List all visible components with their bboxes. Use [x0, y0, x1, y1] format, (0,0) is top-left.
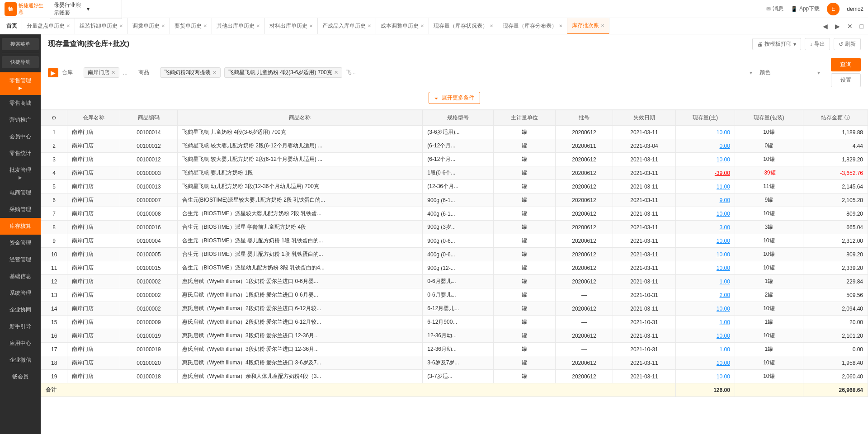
- tab-close-icon[interactable]: ✕: [490, 24, 493, 28]
- tab-close-icon[interactable]: ✕: [368, 24, 371, 28]
- export-btn[interactable]: ↓ 导出: [805, 38, 830, 50]
- cell-unit: 罐: [493, 207, 555, 221]
- tab-stock-dist[interactable]: 现存量（库存分布表） ✕: [498, 18, 567, 34]
- sidebar-item-retail-stats[interactable]: 零售统计: [0, 145, 41, 162]
- sidebar-item-operation[interactable]: 经营管理: [0, 251, 41, 268]
- tab-close-icon[interactable]: ✕: [66, 24, 70, 28]
- sidebar-item-purchase[interactable]: 采购管理: [0, 201, 41, 218]
- sidebar-item-label: 基础信息: [9, 273, 31, 280]
- cell-qty-main[interactable]: 10.00: [676, 248, 735, 261]
- expand-more-conditions-btn[interactable]: 展开更多条件: [429, 92, 480, 104]
- tab-close-icon[interactable]: ✕: [309, 24, 313, 28]
- cell-qty-main[interactable]: 0.00: [676, 139, 735, 153]
- sidebar-item-label: 会员中心: [9, 133, 31, 141]
- warehouse-tag-close-icon[interactable]: ✕: [111, 70, 115, 75]
- tab-prev-btn[interactable]: ◀: [820, 23, 830, 30]
- sidebar-item-membership[interactable]: 畅会员: [0, 368, 41, 385]
- tab-assembly-history[interactable]: 组装拆卸单历史 ✕: [75, 18, 128, 34]
- cell-qty-main[interactable]: 10.00: [676, 261, 735, 275]
- sidebar-divider: [2, 53, 39, 53]
- tab-transfer-history[interactable]: 调拨单历史 ✕: [128, 18, 170, 34]
- tab-close-icon[interactable]: ✕: [256, 24, 260, 28]
- th-settings[interactable]: ⚙: [41, 110, 67, 126]
- sidebar-item-wechat[interactable]: 企业微信: [0, 352, 41, 368]
- tab-order-history[interactable]: 要货单历史 ✕: [170, 18, 212, 34]
- sidebar-item-inventory[interactable]: 库存核算: [0, 218, 41, 235]
- table-row: 1南岸门店00100014飞鹤星飞帆 儿童奶粉 4段(3-6岁适用) 700克(…: [41, 126, 868, 139]
- cell-qty-main[interactable]: 3.00: [676, 221, 735, 234]
- cell-qty-main[interactable]: 10.00: [676, 329, 735, 343]
- th-batch: 批号: [556, 110, 613, 126]
- sidebar-item-ecommerce[interactable]: 电商管理: [0, 184, 41, 201]
- sidebar-item-retail-mgmt[interactable]: 零售管理 ▶: [0, 72, 41, 95]
- product-filter-dropdown-icon[interactable]: ▾: [750, 70, 752, 76]
- product-tag-1-close-icon[interactable]: ✕: [212, 70, 217, 75]
- tab-stock-status[interactable]: 现存量（库存状况表） ✕: [429, 18, 498, 34]
- sidebar-search-btn[interactable]: 搜索英单: [2, 38, 39, 50]
- tab-material-outbound[interactable]: 材料出库单历史 ✕: [265, 18, 318, 34]
- cell-qty-main[interactable]: 11.00: [676, 180, 735, 193]
- sidebar-item-system[interactable]: 系统管理: [0, 285, 41, 302]
- tab-split-history[interactable]: 分量盘点单历史 ✕: [22, 18, 75, 34]
- tab-home-label: 首页: [6, 22, 17, 30]
- cell-qty-main[interactable]: 10.00: [676, 302, 735, 316]
- table-row: 15南岸门店00100009惠氏启赋（Wyeth illuma）2段奶粉 爱尔兰…: [41, 316, 868, 329]
- tab-close-icon[interactable]: ✕: [601, 23, 604, 28]
- cell-code: 00100019: [120, 329, 177, 343]
- cell-qty-main[interactable]: 10.00: [676, 234, 735, 248]
- tab-stock-batch[interactable]: 库存批次账 ✕: [567, 18, 609, 34]
- sidebar-item-basic-info[interactable]: 基础信息: [0, 268, 41, 285]
- topbar-message-btn[interactable]: ✉ 消息: [766, 5, 783, 13]
- tab-close-all-btn[interactable]: ✕: [844, 21, 855, 32]
- tab-outbound-history[interactable]: 其他出库单历史 ✕: [212, 18, 265, 34]
- tab-home[interactable]: 首页: [2, 18, 22, 34]
- cell-qty-main[interactable]: 1.00: [676, 275, 735, 288]
- tab-close-icon[interactable]: ✕: [420, 24, 424, 28]
- cell-qty-main[interactable]: 2.00: [676, 288, 735, 302]
- sidebar-item-corp-collab[interactable]: 企业协同: [0, 302, 41, 318]
- sidebar-item-app-center[interactable]: 应用中心: [0, 335, 41, 352]
- topbar-app-btn[interactable]: 📱 App下载: [791, 5, 820, 13]
- settings-btn[interactable]: 设置: [831, 73, 861, 87]
- sidebar-quicknav-btn[interactable]: 快捷导航: [2, 56, 39, 68]
- tab-close-icon[interactable]: ✕: [161, 24, 165, 28]
- cell-batch: 20200612: [556, 234, 613, 248]
- tab-next-btn[interactable]: ▶: [832, 23, 843, 30]
- tab-close-icon[interactable]: ✕: [559, 24, 562, 28]
- query-buttons: 查询 设置: [831, 58, 861, 87]
- tab-cost-adjust[interactable]: 成本调整单历史 ✕: [376, 18, 429, 34]
- sidebar-item-retail-mall[interactable]: 零售商城: [0, 95, 41, 112]
- cell-qty-pack: 1罐: [735, 275, 803, 288]
- sidebar-item-label: 库存核算: [9, 222, 31, 230]
- cell-qty-main[interactable]: 10.00: [676, 126, 735, 139]
- product-filter-label: 商品: [138, 69, 156, 76]
- username[interactable]: demo2: [847, 6, 863, 12]
- industry-selector[interactable]: 母婴行业演示账套 ▾: [50, 0, 122, 19]
- refresh-btn[interactable]: ↺ 刷新: [834, 38, 861, 50]
- cell-qty-main[interactable]: 9.00: [676, 193, 735, 207]
- query-btn[interactable]: 查询: [831, 58, 861, 71]
- color-filter-dropdown-icon[interactable]: ▾: [817, 70, 820, 76]
- cell-qty-main[interactable]: 10.00: [676, 153, 735, 166]
- print-btn[interactable]: 🖨 按模板打印 ▾: [752, 38, 801, 50]
- cell-qty-main[interactable]: 10.00: [676, 370, 735, 383]
- sidebar-item-finance[interactable]: 资金管理: [0, 235, 41, 251]
- chevron-down-icon: ▾: [87, 6, 118, 12]
- product-tag-2-close-icon[interactable]: ✕: [334, 70, 338, 75]
- tab-product-inbound[interactable]: 产成品入库单历史 ✕: [318, 18, 376, 34]
- cell-qty-main[interactable]: 1.00: [676, 316, 735, 329]
- tab-maximize-btn[interactable]: □: [857, 21, 866, 32]
- cell-qty-main[interactable]: -39.00: [676, 166, 735, 180]
- tab-close-icon[interactable]: ✕: [203, 24, 207, 28]
- sidebar-item-marketing[interactable]: 营销推广: [0, 112, 41, 128]
- sidebar-item-guide[interactable]: 新手引导: [0, 318, 41, 335]
- sidebar-item-wholesale[interactable]: 批发管理 ▶: [0, 162, 41, 184]
- sidebar-item-member[interactable]: 会员中心: [0, 128, 41, 145]
- cell-qty-main[interactable]: 10.00: [676, 207, 735, 221]
- tab-close-icon[interactable]: ✕: [119, 24, 123, 28]
- expand-btn-icon[interactable]: ▶: [48, 68, 58, 77]
- cell-qty-main[interactable]: 1.00: [676, 343, 735, 356]
- product-filter-more: 飞...: [346, 69, 356, 76]
- cell-qty-main[interactable]: 10.00: [676, 356, 735, 370]
- th-name: 商品名称: [177, 110, 423, 126]
